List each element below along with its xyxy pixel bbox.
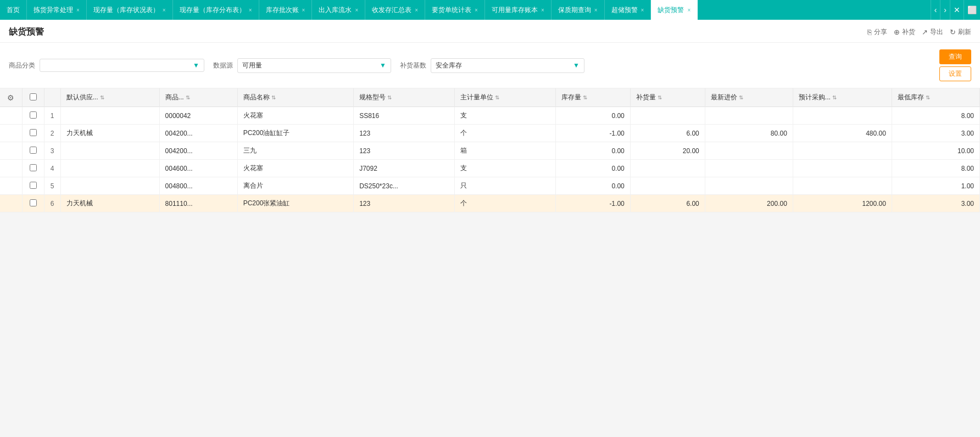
row-checkbox[interactable] bbox=[30, 182, 37, 189]
sort-icon: ⇅ bbox=[832, 94, 837, 100]
col-min-stock[interactable]: 最低库存 ⇅ bbox=[892, 88, 979, 107]
share-button[interactable]: ⎘ 分享 bbox=[867, 27, 887, 37]
row-product-name-cell: 离合片 bbox=[237, 177, 353, 195]
row-product-code-cell: 004600... bbox=[159, 160, 237, 177]
row-product-code-cell: 0000042 bbox=[159, 107, 237, 125]
tab-close-current[interactable]: ✕ bbox=[950, 0, 964, 20]
tab-home[interactable]: 首页 bbox=[0, 0, 27, 20]
tab-order-stats[interactable]: 要货单统计表 × bbox=[425, 0, 485, 20]
close-icon[interactable]: × bbox=[641, 7, 644, 13]
row-checkbox[interactable] bbox=[30, 164, 37, 171]
settings-button[interactable]: 设置 bbox=[939, 66, 971, 81]
col-unit[interactable]: 主计量单位 ⇅ bbox=[454, 88, 555, 107]
row-min-stock-cell: 10.00 bbox=[892, 142, 979, 160]
tab-shortage-warning[interactable]: 缺货预警 × bbox=[651, 0, 698, 20]
select-all-checkbox[interactable] bbox=[30, 93, 37, 100]
tab-maximize[interactable]: ⬜ bbox=[964, 0, 980, 20]
tab-current-stock-status[interactable]: 现存量（库存状况表） × bbox=[87, 0, 173, 20]
close-icon[interactable]: × bbox=[163, 7, 166, 13]
col-latest-price[interactable]: 最新进价 ⇅ bbox=[705, 88, 793, 107]
replenish-icon: ⊕ bbox=[894, 28, 900, 36]
sort-icon: ⇅ bbox=[186, 94, 190, 100]
tab-bar: 首页 拣货异常处理 × 现存量（库存状况表） × 现存量（库存分布表） × 库存… bbox=[0, 0, 980, 20]
col-replenish-qty[interactable]: 补货量 ⇅ bbox=[630, 88, 705, 107]
tab-overstock-warning[interactable]: 超储预警 × bbox=[605, 0, 652, 20]
close-icon[interactable]: × bbox=[76, 7, 80, 13]
sort-icon: ⇅ bbox=[495, 94, 499, 100]
row-product-name-cell: 火花塞 bbox=[237, 160, 353, 177]
tab-scroll-right[interactable]: › bbox=[940, 0, 950, 20]
gear-icon[interactable]: ⚙ bbox=[7, 93, 14, 102]
row-num-cell: 1 bbox=[44, 107, 60, 125]
filter-actions: 查询 设置 bbox=[939, 49, 971, 81]
row-stock-cell: 0.00 bbox=[555, 107, 630, 125]
close-icon[interactable]: × bbox=[594, 7, 598, 13]
datasource-filter-group: 数据源 可用量 ▼ bbox=[213, 58, 391, 73]
row-num-cell: 3 bbox=[44, 142, 60, 160]
table-body: 1 0000042 火花塞 SS816 支 0.00 8.00 2 力天机械 0… bbox=[0, 107, 980, 212]
row-est-purchase-cell bbox=[793, 160, 892, 177]
page-title: 缺货预警 bbox=[9, 26, 44, 38]
close-icon[interactable]: × bbox=[541, 7, 544, 13]
row-checkbox-cell[interactable] bbox=[22, 177, 44, 195]
col-settings[interactable]: ⚙ bbox=[0, 88, 22, 107]
col-default-supplier[interactable]: 默认供应... ⇅ bbox=[60, 88, 159, 107]
col-product-code[interactable]: 商品... ⇅ bbox=[159, 88, 237, 107]
share-icon: ⎘ bbox=[867, 28, 872, 36]
row-spec-cell: SS816 bbox=[354, 107, 454, 125]
replenish-base-select[interactable]: 安全库存 ▼ bbox=[431, 58, 584, 73]
data-table: ⚙ 默认供应... ⇅ 商品.. bbox=[0, 88, 980, 212]
tab-expiry-query[interactable]: 保质期查询 × bbox=[552, 0, 605, 20]
row-stock-cell: -1.00 bbox=[555, 125, 630, 142]
row-latest-price-cell: 200.00 bbox=[705, 195, 793, 212]
close-icon[interactable]: × bbox=[475, 7, 478, 13]
col-checkbox[interactable] bbox=[22, 88, 44, 107]
tab-picking-anomaly[interactable]: 拣货异常处理 × bbox=[27, 0, 87, 20]
row-checkbox[interactable] bbox=[30, 199, 37, 206]
row-supplier-cell bbox=[60, 177, 159, 195]
row-checkbox-cell[interactable] bbox=[22, 125, 44, 142]
tab-scroll-left[interactable]: ‹ bbox=[931, 0, 940, 20]
tab-current-stock-dist[interactable]: 现存量（库存分布表） × bbox=[173, 0, 259, 20]
export-button[interactable]: ↗ 导出 bbox=[922, 27, 943, 37]
row-supplier-cell bbox=[60, 142, 159, 160]
row-est-purchase-cell bbox=[793, 142, 892, 160]
row-settings-cell bbox=[0, 142, 22, 160]
tab-nav-buttons: ‹ › ✕ ⬜ bbox=[931, 0, 980, 20]
row-checkbox-cell[interactable] bbox=[22, 107, 44, 125]
col-row-num bbox=[44, 88, 60, 107]
row-checkbox[interactable] bbox=[30, 129, 37, 136]
replenish-base-filter-group: 补货基数 安全库存 ▼ bbox=[400, 58, 584, 73]
row-latest-price-cell: 80.00 bbox=[705, 125, 793, 142]
row-min-stock-cell: 3.00 bbox=[892, 195, 979, 212]
sort-icon: ⇅ bbox=[658, 94, 662, 100]
row-stock-cell: 0.00 bbox=[555, 142, 630, 160]
category-select[interactable]: ▼ bbox=[40, 59, 204, 72]
tab-receipt-summary[interactable]: 收发存汇总表 × bbox=[365, 0, 425, 20]
tab-batch-account[interactable]: 库存批次账 × bbox=[259, 0, 313, 20]
row-checkbox[interactable] bbox=[30, 111, 37, 119]
close-icon[interactable]: × bbox=[249, 7, 252, 13]
row-checkbox-cell[interactable] bbox=[22, 142, 44, 160]
close-icon[interactable]: × bbox=[687, 7, 691, 13]
col-stock[interactable]: 库存量 ⇅ bbox=[555, 88, 630, 107]
close-icon[interactable]: × bbox=[415, 7, 418, 13]
query-button[interactable]: 查询 bbox=[939, 49, 971, 64]
row-product-code-cell: 004200... bbox=[159, 142, 237, 160]
row-replenish-qty-cell bbox=[630, 177, 705, 195]
col-est-purchase[interactable]: 预计采购... ⇅ bbox=[793, 88, 892, 107]
datasource-select[interactable]: 可用量 ▼ bbox=[237, 58, 391, 73]
row-checkbox-cell[interactable] bbox=[22, 195, 44, 212]
row-checkbox-cell[interactable] bbox=[22, 160, 44, 177]
tab-in-out-flow[interactable]: 出入库流水 × bbox=[312, 0, 365, 20]
row-checkbox[interactable] bbox=[30, 147, 37, 154]
refresh-button[interactable]: ↻ 刷新 bbox=[950, 27, 971, 37]
table-row: 5 004800... 离合片 DS250*23c... 只 0.00 1.00 bbox=[0, 177, 980, 195]
col-spec[interactable]: 规格型号 ⇅ bbox=[354, 88, 454, 107]
col-product-name[interactable]: 商品名称 ⇅ bbox=[237, 88, 353, 107]
close-icon[interactable]: × bbox=[302, 7, 305, 13]
close-icon[interactable]: × bbox=[355, 7, 358, 13]
replenish-button[interactable]: ⊕ 补货 bbox=[894, 27, 915, 37]
tab-available-ledger[interactable]: 可用量库存账本 × bbox=[485, 0, 552, 20]
row-num-cell: 5 bbox=[44, 177, 60, 195]
